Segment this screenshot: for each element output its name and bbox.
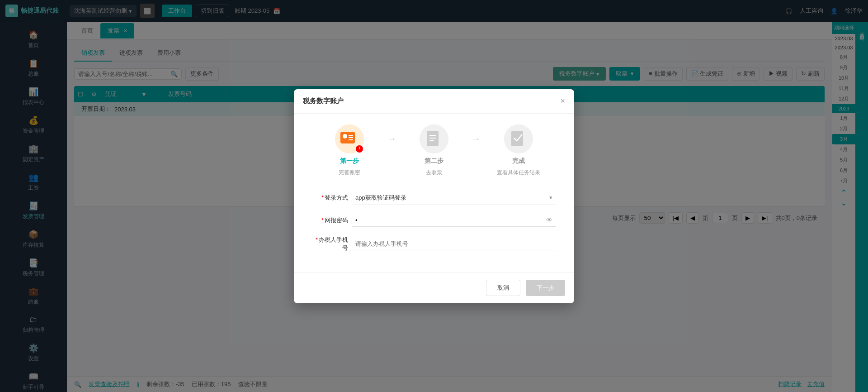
step-3-desc: 查看具体任务结果 xyxy=(497,169,540,177)
step-3-icon-wrap xyxy=(504,124,533,153)
steps-container: ! 第一步 完善账密 → xyxy=(312,124,556,177)
step-2-icon-svg xyxy=(420,124,448,153)
phone-input[interactable] xyxy=(352,238,556,250)
step-3-icon-svg xyxy=(504,124,533,153)
password-label: 网报密码 xyxy=(312,216,348,225)
modal: 税务数字账户 × xyxy=(294,89,574,303)
step-1-badge: ! xyxy=(356,145,363,153)
login-method-arrow-icon: ▾ xyxy=(549,194,552,201)
step-1-desc: 完善账密 xyxy=(339,169,360,177)
phone-label: 办税人手机号 xyxy=(312,236,348,252)
arrow-1: → xyxy=(387,124,396,144)
step-2-icon-wrap xyxy=(420,124,448,153)
step-2-label: 第二步 xyxy=(425,157,443,165)
step-2: 第二步 去取票 xyxy=(396,124,472,177)
arrow-2: → xyxy=(472,124,481,144)
modal-form: 登录方式 app获取验证码登录 ▾ 网报密码 👁 办税人手机 xyxy=(312,191,556,252)
svg-point-2 xyxy=(343,134,347,139)
login-method-value: app获取验证码登录 xyxy=(355,194,406,202)
cancel-button[interactable]: 取消 xyxy=(486,280,520,296)
password-wrap: 👁 xyxy=(352,214,556,227)
login-method-select[interactable]: app获取验证码登录 ▾ xyxy=(352,191,556,205)
svg-rect-12 xyxy=(511,131,523,146)
login-method-label: 登录方式 xyxy=(312,194,348,202)
password-toggle-icon[interactable]: 👁 xyxy=(542,215,556,225)
modal-body: ! 第一步 完善账密 → xyxy=(294,114,574,272)
next-button[interactable]: 下一步 xyxy=(526,280,565,296)
modal-close-button[interactable]: × xyxy=(560,96,565,106)
step-3-label: 完成 xyxy=(512,157,525,165)
form-row-password: 网报密码 👁 xyxy=(312,214,556,227)
step-1-label: 第一步 xyxy=(340,157,359,165)
modal-header: 税务数字账户 × xyxy=(294,89,574,114)
step-2-desc: 去取票 xyxy=(426,169,442,177)
modal-title: 税务数字账户 xyxy=(303,97,344,105)
step-1-icon-wrap: ! xyxy=(335,124,364,153)
password-input[interactable] xyxy=(352,214,542,226)
step-3: 完成 查看具体任务结果 xyxy=(481,124,556,177)
modal-overlay[interactable]: 税务数字账户 × xyxy=(0,0,868,392)
form-row-phone: 办税人手机号 xyxy=(312,236,556,252)
modal-footer: 取消 下一步 xyxy=(294,272,574,303)
form-row-login-method: 登录方式 app获取验证码登录 ▾ xyxy=(312,191,556,205)
step-1: ! 第一步 完善账密 xyxy=(312,124,387,177)
